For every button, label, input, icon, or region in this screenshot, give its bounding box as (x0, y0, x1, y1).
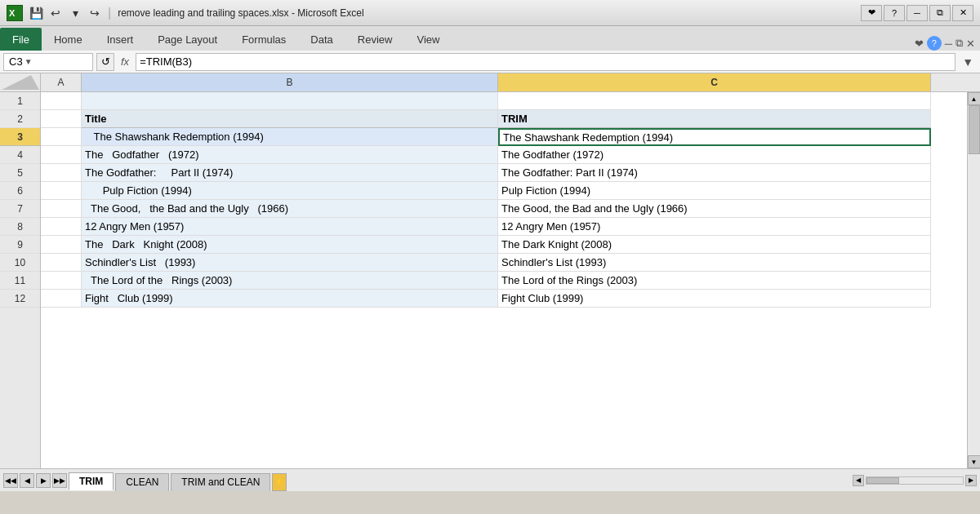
ribbon-help-icon[interactable]: ? (927, 36, 942, 51)
save-quick-btn[interactable]: 💾 (28, 5, 44, 21)
cell-b12[interactable]: Fight Club (1999) (82, 290, 498, 308)
cell-c3[interactable]: The Shawshank Redemption (1994) (498, 128, 931, 146)
cell-c1[interactable] (498, 92, 931, 110)
name-box-dropdown[interactable]: ▼ (24, 57, 33, 66)
cell-a6[interactable] (41, 182, 82, 200)
cell-b8[interactable]: 12 Angry Men (1957) (82, 218, 498, 236)
horizontal-scroll[interactable]: ◀ ▶ (853, 475, 977, 486)
name-box[interactable]: C3 ▼ (3, 53, 93, 71)
redo-btn[interactable]: ↪ (87, 5, 103, 21)
row-num-12[interactable]: 12 (0, 290, 40, 308)
scroll-h-track[interactable] (866, 476, 964, 485)
cell-a11[interactable] (41, 272, 82, 290)
scroll-thumb-v[interactable] (969, 105, 980, 154)
row-num-6[interactable]: 6 (0, 182, 40, 200)
tab-nav-last[interactable]: ▶▶ (52, 473, 67, 488)
scroll-right-btn[interactable]: ▶ (965, 475, 977, 486)
cell-a4[interactable] (41, 146, 82, 164)
col-header-c[interactable]: C (498, 73, 931, 91)
cell-b1[interactable] (82, 92, 498, 110)
cell-c12[interactable]: Fight Club (1999) (498, 290, 931, 308)
row-num-7[interactable]: 7 (0, 200, 40, 218)
vertical-scrollbar[interactable]: ▲ ▼ (967, 92, 980, 468)
row-num-1[interactable]: 1 (0, 92, 40, 110)
cell-c5[interactable]: The Godfather: Part II (1974) (498, 164, 931, 182)
cell-a1[interactable] (41, 92, 82, 110)
restore-btn[interactable]: ⧉ (929, 5, 951, 21)
cell-b2[interactable]: Title (82, 110, 498, 128)
row-num-3[interactable]: 3 (0, 128, 40, 146)
sheet-tab-clean[interactable]: CLEAN (115, 473, 169, 491)
undo-btn[interactable]: ↩ (47, 5, 64, 21)
scroll-up-btn[interactable]: ▲ (968, 92, 981, 105)
cell-b7[interactable]: The Good, the Bad and the Ugly (1966) (82, 200, 498, 218)
cell-c9[interactable]: The Dark Knight (2008) (498, 236, 931, 254)
cell-b6[interactable]: Pulp Fiction (1994) (82, 182, 498, 200)
tab-review[interactable]: Review (345, 28, 405, 51)
ribbon-close-icon[interactable]: ✕ (966, 38, 975, 50)
cell-c7[interactable]: The Good, the Bad and the Ugly (1966) (498, 200, 931, 218)
scroll-down-btn[interactable]: ▼ (968, 455, 981, 468)
ribbon-restore-icon[interactable]: ⧉ (956, 37, 963, 50)
tab-data[interactable]: Data (298, 28, 345, 51)
row-num-2[interactable]: 2 (0, 110, 40, 128)
cell-a5[interactable] (41, 164, 82, 182)
title-bar-left: X 💾 ↩ ▾ ↪ | remove leading and trailing … (7, 5, 364, 21)
cell-a2[interactable] (41, 110, 82, 128)
close-btn[interactable]: ✕ (952, 5, 973, 21)
undo-arrow-btn[interactable]: ▾ (67, 5, 83, 21)
name-box-value: C3 (9, 55, 23, 68)
tab-file[interactable]: File (0, 28, 42, 51)
scroll-track-v[interactable] (969, 105, 980, 455)
tab-insert[interactable]: Insert (95, 28, 146, 51)
cell-c4[interactable]: The Godfather (1972) (498, 146, 931, 164)
cell-a10[interactable] (41, 254, 82, 272)
formula-refresh-btn[interactable]: ↺ (96, 53, 114, 71)
formula-expand-btn[interactable]: ▼ (959, 55, 977, 69)
ribbon-min-icon[interactable]: ─ (945, 38, 952, 50)
row-num-11[interactable]: 11 (0, 272, 40, 290)
cell-a8[interactable] (41, 218, 82, 236)
cell-a12[interactable] (41, 290, 82, 308)
ribbon-tabs: File Home Insert Page Layout Formulas Da… (0, 26, 980, 51)
tab-nav-next[interactable]: ▶ (36, 473, 51, 488)
cell-b3[interactable]: The Shawshank Redemption (1994) (82, 128, 498, 146)
scroll-left-btn[interactable]: ◀ (853, 475, 864, 486)
tab-nav-first[interactable]: ◀◀ (3, 473, 18, 488)
scroll-h-thumb[interactable] (866, 477, 899, 484)
help-circle-btn[interactable]: ? (884, 5, 905, 21)
col-header-b[interactable]: B (82, 73, 498, 91)
cell-a3[interactable] (41, 128, 82, 146)
cell-c10[interactable]: Schindler's List (1993) (498, 254, 931, 272)
row-num-10[interactable]: 10 (0, 254, 40, 272)
formula-input[interactable] (136, 53, 956, 71)
cell-b9[interactable]: The Dark Knight (2008) (82, 236, 498, 254)
cell-b10[interactable]: Schindler's List (1993) (82, 254, 498, 272)
tab-nav-prev[interactable]: ◀ (20, 473, 34, 488)
cell-c6[interactable]: Pulp Fiction (1994) (498, 182, 931, 200)
row-num-5[interactable]: 5 (0, 164, 40, 182)
status-right: ◀ ▶ (853, 475, 977, 486)
cell-b5[interactable]: The Godfather: Part II (1974) (82, 164, 498, 182)
sheet-tab-trim[interactable]: TRIM (69, 472, 114, 490)
row-num-9[interactable]: 9 (0, 236, 40, 254)
tab-home[interactable]: Home (42, 28, 95, 51)
tab-formulas[interactable]: Formulas (229, 28, 298, 51)
cell-c8[interactable]: 12 Angry Men (1957) (498, 218, 931, 236)
cell-c2[interactable]: TRIM (498, 110, 931, 128)
minimize-btn[interactable]: ─ (906, 5, 928, 21)
cell-c11[interactable]: The Lord of the Rings (2003) (498, 272, 931, 290)
cell-a9[interactable] (41, 236, 82, 254)
col-header-a[interactable]: A (41, 73, 82, 91)
cell-a7[interactable] (41, 200, 82, 218)
tab-page-layout[interactable]: Page Layout (145, 28, 229, 51)
row-num-4[interactable]: 4 (0, 146, 40, 164)
row-num-8[interactable]: 8 (0, 218, 40, 236)
cell-b4[interactable]: The Godfather (1972) (82, 146, 498, 164)
tab-view[interactable]: View (404, 28, 452, 51)
ribbon-heart-icon[interactable]: ❤ (915, 38, 924, 50)
help-btn[interactable]: ❤ (861, 5, 882, 21)
cell-b11[interactable]: The Lord of the Rings (2003) (82, 272, 498, 290)
sheet-tab-trim-clean[interactable]: TRIM and CLEAN (171, 473, 270, 491)
sheet-tab-icon[interactable]: ⚡ (272, 473, 287, 491)
